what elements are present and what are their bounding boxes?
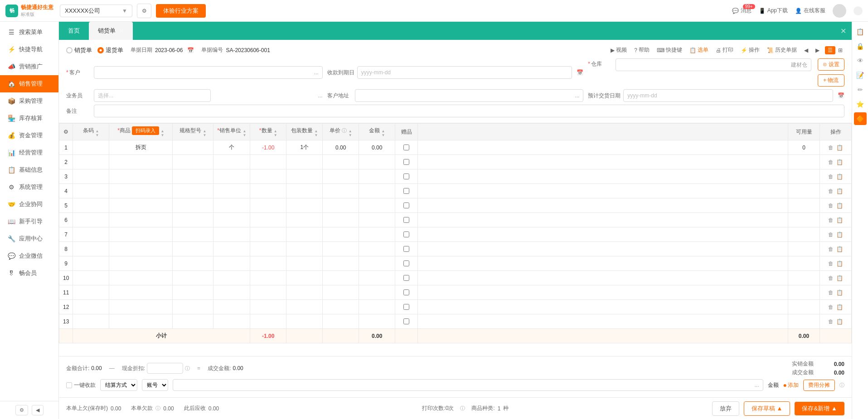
delete-row-icon[interactable]: 🗑 [828,275,834,281]
right-panel-lock-btn[interactable]: 🔒 [854,40,867,53]
copy-row-icon[interactable]: 📋 [836,173,843,180]
one-click-payment-label[interactable]: 一键收款 [66,381,96,389]
nav-next-btn[interactable]: ▶ [814,46,821,54]
sidebar-item-business[interactable]: 📊 经营管理 [0,144,58,161]
delete-row-icon[interactable]: 🗑 [828,260,834,267]
due-date-input[interactable] [357,66,572,79]
sidebar-item-wecom[interactable]: 💬 企业微信 [0,247,58,265]
select-order-btn[interactable]: 📋 选单 [688,45,710,55]
sidebar-collapse-btn[interactable]: ◀ [32,405,44,415]
delete-row-icon[interactable]: 🗑 [828,318,834,325]
sort-amount[interactable]: ▲▼ [382,129,385,137]
row-spec-1[interactable] [173,140,213,155]
user-avatar-small[interactable] [853,6,863,15]
sidebar-item-shortcut[interactable]: ⚡ 快捷导航 [0,41,58,58]
copy-row-icon[interactable]: 📋 [836,289,843,296]
sort-barcode[interactable]: ▲▼ [96,129,99,137]
save-new-button[interactable]: 保存&新增 ▲ [795,402,844,415]
list-view-btn[interactable]: ☰ [825,46,835,54]
company-selector[interactable]: XXXXXX公司 ▼ [60,5,132,17]
delete-row-icon[interactable]: 🗑 [828,289,834,296]
tab-sale-order[interactable]: 销货单 ✕ [89,22,133,40]
order-owe-info-icon[interactable]: ⓘ [155,405,160,412]
copy-row-icon[interactable]: 📋 [836,144,843,151]
app-download-btn[interactable]: 📱 App下载 [759,7,788,14]
price-info-icon[interactable]: ⓘ [342,128,347,133]
sidebar-item-system[interactable]: ⚙ 系统管理 [0,178,58,196]
account-dots[interactable]: ... [173,379,763,391]
row-barcode-1[interactable] [73,140,109,155]
right-panel-pencil-btn[interactable]: ✏ [854,83,867,96]
history-btn[interactable]: 📜 历史单据 [765,45,799,55]
online-service-btn[interactable]: 👤 在线客服 [795,7,825,14]
help-btn[interactable]: ? 帮助 [632,45,651,55]
delete-row-icon[interactable]: 🗑 [828,202,834,209]
discard-button[interactable]: 放弃 [712,401,739,416]
row-gift-1[interactable] [395,140,418,155]
delete-row-icon[interactable]: 🗑 [828,144,834,151]
sidebar-item-member[interactable]: 🎖 畅会员 [0,265,58,282]
sort-price[interactable]: ▲▼ [349,129,352,137]
customer-input[interactable]: ... [94,66,323,79]
warehouse-input[interactable]: 建材仓 [616,58,811,71]
sidebar-item-basic-info[interactable]: 📋 基础信息 [0,161,58,178]
settlement-method-select[interactable]: 结算方式 [100,379,137,391]
copy-row-icon[interactable]: 📋 [836,275,843,281]
row-price-1[interactable]: 0.00 [323,140,359,155]
tab-close-icon[interactable]: ✕ [119,28,124,34]
message-btn[interactable]: 💬 消息 99+ [732,7,752,14]
sidebar-item-sales[interactable]: 🏠 销售管理 [0,75,58,92]
settings-button[interactable]: ⊙ 设置 [818,58,844,71]
sidebar-item-cooperation[interactable]: 🤝 企业协同 [0,196,58,213]
delivery-date-input[interactable] [623,89,833,102]
delete-row-icon[interactable]: 🗑 [828,188,834,194]
tab-home[interactable]: 首页 [59,22,89,40]
video-help-btn[interactable]: ▶ 视频 [609,45,629,55]
delete-row-icon[interactable]: 🗑 [828,217,834,223]
delete-row-icon[interactable]: 🗑 [828,159,834,165]
row-amount-1[interactable]: 0.00 [359,140,395,155]
sort-spec[interactable]: ▲▼ [203,129,207,137]
sidebar-settings-btn[interactable]: ⚙ [15,405,28,415]
sort-product[interactable]: ▲▼ [161,129,165,137]
copy-row-icon[interactable]: 📋 [836,188,843,194]
date-calendar-icon[interactable]: 📅 [187,47,194,53]
table-container[interactable]: ⚙ 条码 ▲▼ *商品 扫码录入 ▲▼ [59,123,852,356]
expense-split-btn[interactable]: 费用分摊 [803,380,835,391]
due-date-calendar-icon[interactable]: 📅 [577,69,583,76]
discount-info-icon[interactable]: ⓘ [185,365,190,372]
address-input[interactable]: ... [355,89,584,102]
col-setting[interactable]: ⚙ [59,124,73,140]
sidebar-item-guide[interactable]: 📖 新手引导 [0,213,58,230]
nav-prev-btn[interactable]: ◀ [802,46,810,54]
copy-row-icon[interactable]: 📋 [836,202,843,209]
right-panel-star-btn[interactable]: ⭐ [854,98,867,111]
save-draft-button[interactable]: 保存草稿 ▲ [744,401,790,416]
row-qty-1[interactable]: -1.00 [250,140,286,155]
sort-pkg-qty[interactable]: ▲▼ [315,129,318,137]
add-payment-btn[interactable]: ● 添加 [783,381,799,389]
copy-row-icon[interactable]: 📋 [836,246,843,252]
remarks-input[interactable] [94,105,844,117]
sort-qty[interactable]: ▲▼ [274,129,277,137]
right-panel-edit-btn[interactable]: 📝 [854,69,867,82]
sort-unit[interactable]: ▲▼ [242,129,246,137]
print-btn[interactable]: 🖨 打印 [714,45,735,55]
copy-row-icon[interactable]: 📋 [836,260,843,267]
copy-row-icon[interactable]: 📋 [836,318,843,325]
salesperson-dots[interactable]: ... [213,89,322,102]
copy-row-icon[interactable]: 📋 [836,304,843,310]
radio-return-order[interactable]: 退货单 [97,46,123,54]
account-select[interactable]: 账号 [142,379,168,391]
discount-input[interactable] [147,363,183,374]
user-avatar[interactable] [833,4,846,18]
sidebar-item-marketing[interactable]: 📣 营销推广 [0,58,58,75]
expense-info-icon[interactable]: ⓘ [839,382,844,389]
shortcut-btn[interactable]: ⌨ 快捷键 [655,45,684,55]
row-notes-1[interactable] [418,140,788,155]
delete-row-icon[interactable]: 🗑 [828,304,834,310]
print-info-icon[interactable]: ⓘ [460,405,465,412]
right-panel-orange-btn[interactable]: 🔶 [854,112,867,125]
logistics-button[interactable]: + 物流 [818,74,844,87]
scan-btn[interactable]: 扫码录入 [132,126,159,135]
